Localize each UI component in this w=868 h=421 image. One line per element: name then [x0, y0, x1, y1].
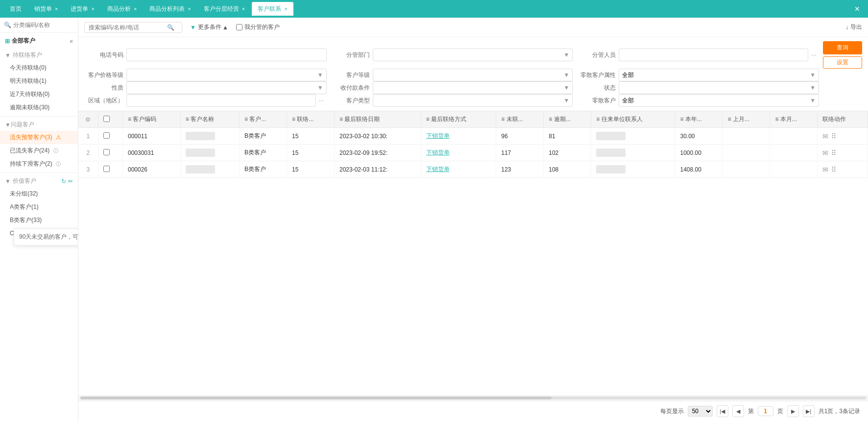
filter-region-input[interactable]: [126, 94, 316, 107]
window-close-btn[interactable]: ✕: [850, 5, 864, 13]
row-last-contact-date: 2023-02-09 19:52:: [335, 145, 421, 161]
row-last-contact-method: 下销货单: [421, 145, 496, 161]
first-page-btn[interactable]: |◀: [717, 405, 728, 417]
prev-page-btn[interactable]: ◀: [732, 405, 744, 417]
content-area: 🔍 ▼ 更多条件 ▲ 我分管的客户 ↓ 导出 电话号码: [78, 18, 868, 421]
zero-customer-dropdown-icon: ▼: [810, 97, 816, 104]
tab-customer-tier[interactable]: 客户分层经营 ×: [198, 2, 251, 16]
my-customers-checkbox[interactable]: [236, 24, 242, 30]
filter-dept-select[interactable]: ▼: [373, 49, 573, 61]
scroll-thumb[interactable]: [80, 396, 552, 399]
filter-gender-field: 性质 ▼: [84, 81, 327, 94]
col-contact-count-label: ≡ 联络...: [292, 116, 313, 123]
row-last-month: [723, 128, 770, 145]
dept-dropdown-icon: ▼: [563, 51, 569, 58]
sidebar-header: ⊞ 全部客户 «: [0, 33, 78, 49]
export-btn[interactable]: ↓ 导出: [845, 23, 862, 31]
filter-person-more[interactable]: ···: [808, 51, 819, 58]
tab-customer-contact[interactable]: 客户联系 ×: [252, 2, 293, 16]
action-more-icon[interactable]: ⠿: [831, 149, 836, 157]
action-contact-icon[interactable]: ✉: [822, 149, 828, 157]
sidebar-item-declining[interactable]: 持续下滑客户(2) ⓘ: [0, 157, 78, 171]
filter-grade-select[interactable]: ▼: [373, 69, 573, 81]
tab-analysis-list[interactable]: 商品分析列表 ×: [144, 2, 196, 16]
sidebar-collapse-btn[interactable]: «: [70, 38, 73, 45]
value-refresh-icon[interactable]: ↻: [61, 178, 66, 185]
settings-btn[interactable]: 设置: [823, 56, 862, 69]
warning-icon: ⚠: [56, 134, 61, 141]
search-input[interactable]: [89, 24, 167, 31]
tab-purchase-close[interactable]: ×: [91, 6, 94, 12]
filter-region-more[interactable]: ···: [316, 97, 327, 104]
tab-home[interactable]: 首页: [4, 2, 27, 16]
table-row: 1 000011 B类客户 15 2023-03-02 10:30: 下销货单 …: [78, 128, 868, 145]
search-btn[interactable]: 查询: [823, 41, 862, 54]
tab-analysis-list-close[interactable]: ×: [188, 6, 191, 12]
toolbar-search-icon[interactable]: 🔍: [167, 24, 174, 31]
tab-customer-contact-close[interactable]: ×: [284, 6, 287, 12]
filter-price-grade-select[interactable]: ▼: [126, 69, 327, 81]
table-settings-icon[interactable]: ⚙: [85, 116, 91, 123]
select-all-checkbox[interactable]: [103, 116, 110, 122]
col-uncontacted: ≡ 未联...: [496, 111, 544, 128]
filter-customer-type-select[interactable]: ▼: [373, 94, 573, 107]
group-value-toggle[interactable]: ▼ 价值客户: [5, 177, 36, 185]
group-problem-toggle[interactable]: ▼ 问题客户: [5, 121, 34, 129]
filter-zero-customer-select[interactable]: 全部 ▼: [619, 94, 819, 107]
sidebar-item-overdue[interactable]: 逾期未联络(30): [0, 101, 78, 114]
horizontal-scrollbar[interactable]: [78, 395, 868, 401]
filter-person-input[interactable]: [619, 49, 808, 61]
tab-purchase[interactable]: 进货单 ×: [65, 2, 100, 16]
last-page-btn[interactable]: ▶|: [803, 405, 815, 417]
value-edit-icon[interactable]: ✏: [68, 178, 73, 185]
page-label-suffix: 页: [777, 407, 783, 416]
filter-price-grade-field: 客户价格等级 ▼: [84, 69, 327, 81]
filter-more-btn[interactable]: ▼ 更多条件 ▲: [186, 22, 232, 33]
sidebar-item-7days[interactable]: 近7天待联络(0): [0, 88, 78, 101]
sidebar-item-class-b[interactable]: B类客户(33): [0, 214, 78, 227]
action-contact-icon[interactable]: ✉: [822, 132, 828, 140]
filter-payment-select[interactable]: ▼: [373, 81, 573, 94]
tab-analysis[interactable]: 商品分析 ×: [101, 2, 143, 16]
tab-analysis-close[interactable]: ×: [134, 6, 137, 12]
sidebar-item-churned[interactable]: 已流失客户(24) ⓘ: [0, 144, 78, 157]
row-select-checkbox[interactable]: [103, 166, 110, 172]
filter-status-field: 状态 ▼: [577, 81, 819, 94]
filter-gender-select[interactable]: ▼: [126, 81, 327, 94]
tab-sales[interactable]: 销货单 ×: [28, 2, 64, 16]
sidebar-group-pending[interactable]: ▼ 待联络客户: [0, 49, 78, 61]
next-page-btn[interactable]: ▶: [787, 405, 799, 417]
col-overdue-label: ≡ 逾期...: [549, 116, 570, 123]
action-contact-icon[interactable]: ✉: [822, 166, 828, 173]
filter-customer-type-label: 客户类型: [331, 97, 370, 105]
filter-region-field: 区域（地区） ···: [84, 94, 327, 107]
row-name: [180, 128, 239, 145]
per-page-select[interactable]: 50 100 200: [688, 406, 713, 417]
filter-phone-label: 电话号码: [84, 51, 123, 59]
row-last-contact-method: 下销货单: [421, 161, 496, 178]
filter-zero-attr-select[interactable]: 全部 ▼: [619, 69, 819, 81]
sidebar-item-tomorrow[interactable]: 明天待联络(1): [0, 74, 78, 88]
tab-customer-tier-close[interactable]: ×: [242, 6, 245, 12]
sidebar-item-today[interactable]: 今天待联络(0): [0, 61, 78, 74]
filter-phone-input[interactable]: [126, 49, 327, 61]
page-input[interactable]: [758, 406, 773, 416]
filter-status-select[interactable]: ▼: [619, 81, 819, 94]
row-select-checkbox[interactable]: [103, 149, 110, 155]
row-this-month: [770, 128, 818, 145]
row-overdue: 102: [544, 145, 591, 161]
row-actions: ✉ ⠿: [818, 145, 868, 161]
action-more-icon[interactable]: ⠿: [831, 132, 836, 140]
row-select-checkbox[interactable]: [103, 132, 110, 139]
row-checkbox: [98, 128, 122, 145]
table-header-row: ⚙ ≡ 客户编码 ≡ 客户名称 ≡ 客户...: [78, 111, 868, 128]
table-body: 1 000011 B类客户 15 2023-03-02 10:30: 下销货单 …: [78, 128, 868, 178]
filter-row4-spacer: [823, 94, 862, 107]
sidebar-item-class-a[interactable]: A类客户(1): [0, 200, 78, 214]
grade-dropdown-icon: ▼: [563, 72, 569, 78]
sidebar-item-churn-warning[interactable]: 流失预警客户(3) ⚠: [0, 131, 78, 144]
tab-sales-close[interactable]: ×: [55, 6, 58, 12]
action-more-icon[interactable]: ⠿: [831, 166, 836, 173]
sidebar-item-ungrouped[interactable]: 未分组(32): [0, 187, 78, 200]
sidebar-search-input[interactable]: [13, 22, 78, 28]
